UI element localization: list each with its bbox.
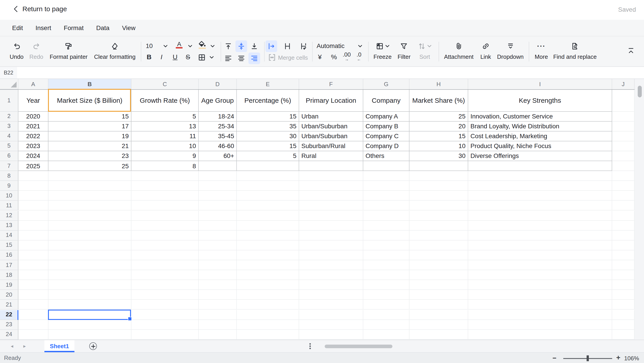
column-header-D[interactable]: D [199, 79, 237, 89]
cell-H4[interactable]: 15 [410, 131, 468, 141]
cell-D7[interactable] [199, 161, 237, 171]
cell-H19[interactable] [410, 280, 468, 290]
cell-reference-box[interactable]: B22 [0, 67, 18, 79]
cell-B13[interactable] [48, 221, 132, 230]
menu-data[interactable]: Data [90, 24, 116, 32]
cell-A21[interactable] [18, 300, 48, 310]
cell-I13[interactable] [468, 221, 612, 230]
cell-G16[interactable] [363, 250, 410, 260]
cell-H9[interactable] [410, 181, 468, 191]
cell-I11[interactable] [468, 201, 612, 211]
cell-B1[interactable]: Market Size ($ Billion) [48, 89, 132, 112]
filter-button[interactable]: Filter [398, 40, 410, 60]
cell-H2[interactable]: 25 [410, 112, 468, 121]
cell-A7[interactable]: 2025 [18, 161, 48, 171]
cell-E16[interactable] [237, 250, 299, 260]
cell-D10[interactable] [199, 191, 237, 201]
cell-E5[interactable]: 15 [237, 141, 299, 151]
cell-J21[interactable] [612, 300, 634, 310]
cell-H24[interactable] [410, 329, 468, 339]
cell-D9[interactable] [199, 181, 237, 191]
cell-I23[interactable] [468, 320, 612, 329]
cell-A8[interactable] [18, 171, 48, 181]
cell-F14[interactable] [299, 230, 363, 240]
cell-C18[interactable] [132, 270, 199, 280]
zoom-in-button[interactable]: + [616, 353, 620, 362]
cell-A20[interactable] [18, 290, 48, 300]
cell-D8[interactable] [199, 171, 237, 181]
cell-E12[interactable] [237, 211, 299, 221]
cell-C17[interactable] [132, 260, 199, 270]
borders-button[interactable] [198, 54, 206, 61]
cell-E1[interactable]: Percentage (%) [237, 89, 299, 112]
column-header-E[interactable]: E [237, 79, 299, 89]
cell-E13[interactable] [237, 221, 299, 230]
add-sheet-button[interactable] [89, 342, 97, 350]
cell-J16[interactable] [612, 250, 634, 260]
find-replace-button[interactable]: Find and replace [553, 40, 597, 60]
cell-G11[interactable] [363, 201, 410, 211]
cell-J4[interactable] [612, 131, 634, 141]
increase-decimal-button[interactable]: .00→ [343, 53, 351, 62]
menu-insert[interactable]: Insert [29, 24, 58, 32]
font-color-button[interactable]: A [176, 41, 182, 49]
cell-G15[interactable] [363, 240, 410, 250]
column-header-G[interactable]: G [363, 79, 410, 89]
select-all-corner[interactable] [0, 79, 18, 89]
cell-B14[interactable] [48, 230, 132, 240]
fill-color-chevron-icon[interactable] [210, 45, 215, 48]
column-header-B[interactable]: B [48, 79, 132, 89]
cell-G3[interactable]: Company B [363, 121, 410, 131]
cell-H5[interactable]: 10 [410, 141, 468, 151]
number-format-chevron-icon[interactable] [358, 45, 362, 48]
cell-D2[interactable]: 18-24 [199, 112, 237, 121]
cell-E2[interactable]: 15 [237, 112, 299, 121]
cell-E24[interactable] [237, 329, 299, 339]
cell-G21[interactable] [363, 300, 410, 310]
cell-F10[interactable] [299, 191, 363, 201]
cell-J10[interactable] [612, 191, 634, 201]
align-center-button[interactable] [236, 53, 247, 64]
cell-F21[interactable] [299, 300, 363, 310]
cell-G20[interactable] [363, 290, 410, 300]
cell-D16[interactable] [199, 250, 237, 260]
vertical-scrollbar[interactable] [638, 86, 642, 97]
fill-color-button[interactable] [198, 41, 206, 49]
cell-E21[interactable] [237, 300, 299, 310]
cell-B6[interactable]: 23 [48, 151, 132, 161]
cell-A19[interactable] [18, 280, 48, 290]
cell-J22[interactable] [612, 310, 634, 320]
cell-C24[interactable] [132, 329, 199, 339]
cell-J1[interactable] [612, 89, 634, 112]
cell-C1[interactable]: Growth Rate (%) [132, 89, 199, 112]
cell-C19[interactable] [132, 280, 199, 290]
row-header-18[interactable]: 18 [0, 270, 18, 280]
cell-E22[interactable] [237, 310, 299, 320]
cell-G8[interactable] [363, 171, 410, 181]
dropdown-button[interactable]: Dropdown [497, 40, 524, 60]
cell-F15[interactable] [299, 240, 363, 250]
text-clip-button[interactable] [282, 40, 293, 52]
cell-B24[interactable] [48, 329, 132, 339]
cell-I15[interactable] [468, 240, 612, 250]
cell-E10[interactable] [237, 191, 299, 201]
cell-C12[interactable] [132, 211, 199, 221]
cell-D24[interactable] [199, 329, 237, 339]
row-header-2[interactable]: 2 [0, 112, 18, 121]
cell-G23[interactable] [363, 320, 410, 329]
cell-B18[interactable] [48, 270, 132, 280]
cell-G7[interactable] [363, 161, 410, 171]
cell-J15[interactable] [612, 240, 634, 250]
cell-G9[interactable] [363, 181, 410, 191]
cell-J12[interactable] [612, 211, 634, 221]
cell-A18[interactable] [18, 270, 48, 280]
column-header-J[interactable]: J [612, 79, 634, 89]
cell-D1[interactable]: Age Group [199, 89, 237, 112]
column-header-C[interactable]: C [132, 79, 199, 89]
cell-A16[interactable] [18, 250, 48, 260]
row-header-7[interactable]: 7 [0, 161, 18, 171]
row-header-8[interactable]: 8 [0, 171, 18, 181]
cell-F3[interactable]: Urban/Suburban [299, 121, 363, 131]
cell-C15[interactable] [132, 240, 199, 250]
bold-button[interactable]: B [147, 53, 152, 61]
